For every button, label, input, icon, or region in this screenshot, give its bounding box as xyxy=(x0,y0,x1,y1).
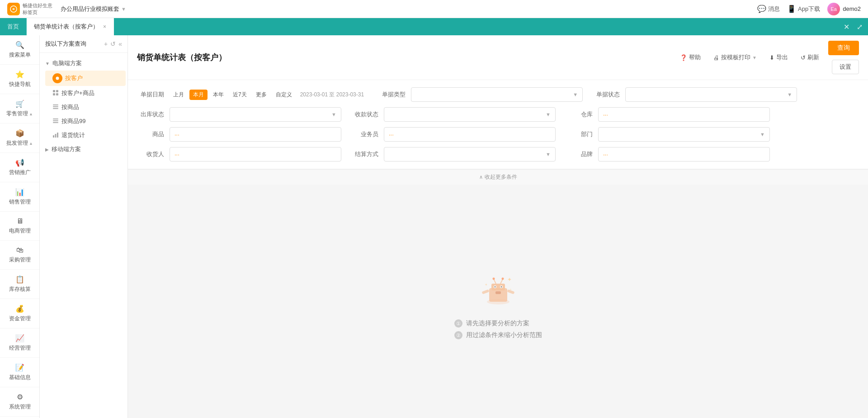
app-selector[interactable]: 办公用品行业模拟账套 ▼ xyxy=(61,5,126,13)
content-area: 销货单统计表（按客户） ❓ 帮助 🖨 按模板打印 ▼ ⬇ 导出 ↺ 刷新 xyxy=(128,35,868,418)
collapse-label: 收起更多条件 xyxy=(485,173,517,181)
date-btn-this-year[interactable]: 本年 xyxy=(209,90,227,100)
filter-recipient-label: 收货人 xyxy=(137,150,164,158)
panel-header-label: 按以下方案查询 xyxy=(45,40,86,48)
tab-home[interactable]: 首页 xyxy=(0,18,27,35)
collapse-bar[interactable]: ∧ 收起更多条件 xyxy=(128,169,868,185)
avatar-text: Ea xyxy=(831,6,837,12)
filter-doc-type[interactable]: ▼ xyxy=(411,87,583,102)
basic-info-label: 基础信息 xyxy=(9,374,31,381)
tree-child-by-customer-goods[interactable]: 按客户+商品 xyxy=(45,86,126,100)
date-btn-custom[interactable]: 自定义 xyxy=(272,90,296,100)
sidebar-item-basic-info[interactable]: 📝 基础信息 xyxy=(0,358,39,387)
tree-parent-desktop[interactable]: ▼ 电脑端方案 xyxy=(40,57,127,70)
tab-close-btn[interactable]: × xyxy=(103,24,106,30)
template-print-btn[interactable]: 🖨 按模板打印 ▼ xyxy=(710,52,760,63)
date-btn-last-7days[interactable]: 近7天 xyxy=(229,90,250,100)
svg-point-21 xyxy=(500,286,502,288)
filter-payment-status[interactable]: ▼ xyxy=(384,107,556,122)
svg-rect-4 xyxy=(53,93,55,95)
filter-goods[interactable]: ··· xyxy=(170,127,341,142)
sidebar-item-wholesale[interactable]: 📦 批发管理 ▲ xyxy=(0,124,39,153)
by-customer-icon xyxy=(52,73,62,83)
sidebar-item-finance[interactable]: 💰 资金管理 xyxy=(0,299,39,328)
sidebar-item-sales[interactable]: 📊 销售管理 xyxy=(0,182,39,212)
tab-sales-stats[interactable]: 销货单统计表（按客户） × xyxy=(27,18,114,35)
doc-type-chevron-icon: ▼ xyxy=(573,92,578,97)
payment-chevron-icon: ▼ xyxy=(546,112,551,117)
sales-label: 销售管理 xyxy=(9,198,31,206)
filter-brand[interactable]: ··· xyxy=(598,147,770,162)
collapse-icon: ∧ xyxy=(479,174,483,180)
filter-doc-type-label: 单据类型 xyxy=(378,90,406,99)
wholesale-icon: 📦 xyxy=(15,129,24,138)
svg-rect-22 xyxy=(495,291,501,294)
quick-nav-label: 快捷导航 xyxy=(9,81,31,88)
svg-rect-12 xyxy=(53,135,54,138)
tree-child-by-customer[interactable]: 按客户 xyxy=(45,71,126,86)
empty-state: ✦ ✦ ✦ ① 请先选择要分析的方案 ② 用过滤条件来缩小分析范围 xyxy=(128,185,868,418)
filter-warehouse-label: 仓库 xyxy=(566,110,593,119)
svg-rect-9 xyxy=(53,119,58,119)
sidebar-item-search-menu[interactable]: 🔍 搜索菜单 xyxy=(0,35,39,65)
ecommerce-label: 电商管理 xyxy=(9,227,31,235)
sidebar-item-marketing[interactable]: 📢 营销推广 xyxy=(0,153,39,182)
date-btn-more[interactable]: 更多 xyxy=(252,90,270,100)
date-btn-last-month[interactable]: 上月 xyxy=(170,90,188,100)
date-quick-buttons: 上月 本月 本年 近7天 更多 自定义 2023-03-01 至 2023-03… xyxy=(170,90,364,100)
tab-close-all-btn[interactable]: ✕ xyxy=(842,21,851,33)
tree-parent-mobile[interactable]: ▶ 移动端方案 xyxy=(40,142,127,156)
mobile-chevron-icon: ▶ xyxy=(45,147,49,152)
filter-salesperson[interactable]: ··· xyxy=(384,127,556,142)
sidebar-item-inventory[interactable]: 📋 库存核算 xyxy=(0,270,39,299)
sidebar-item-ops[interactable]: 📈 经营管理 xyxy=(0,328,39,358)
filter-recipient[interactable]: ··· xyxy=(170,147,341,162)
by-goods-99-icon xyxy=(52,118,59,125)
logo-icon xyxy=(7,3,20,15)
date-btn-this-month[interactable]: 本月 xyxy=(189,90,208,100)
goods-value: ··· xyxy=(175,131,179,138)
sidebar-item-purchase[interactable]: 🛍 采购管理 xyxy=(0,241,39,270)
panel-add-btn[interactable]: + xyxy=(104,40,108,48)
sidebar-item-retail[interactable]: 🛒 零售管理 ▲ xyxy=(0,94,39,124)
message-btn[interactable]: 💬 消息 xyxy=(757,5,780,13)
app-download-btn[interactable]: 📱 App下载 xyxy=(787,5,820,13)
filter-settlement[interactable]: ▼ xyxy=(384,147,556,162)
filter-delivery-status[interactable]: ▼ xyxy=(170,107,341,122)
sidebar-item-ecommerce[interactable]: 🖥 电商管理 xyxy=(0,212,39,241)
filter-goods-label: 商品 xyxy=(137,130,164,138)
message-icon: 💬 xyxy=(757,5,766,13)
tree-child-by-goods-99[interactable]: 按商品99 xyxy=(45,114,126,128)
panel-refresh-btn[interactable]: ↺ xyxy=(110,40,116,48)
tip-num-2: ② xyxy=(454,331,462,339)
sidebar-item-system[interactable]: ⚙ 系统管理 xyxy=(0,387,39,417)
svg-rect-5 xyxy=(56,93,58,95)
tab-maximize-btn[interactable]: ⤢ xyxy=(855,21,864,33)
svg-rect-14 xyxy=(57,133,58,138)
message-label: 消息 xyxy=(768,5,780,13)
tree-child-by-goods[interactable]: 按商品 xyxy=(45,100,126,114)
settings-btn[interactable]: 设置 xyxy=(832,60,859,74)
panel-collapse-btn[interactable]: « xyxy=(118,40,122,48)
help-btn[interactable]: ❓ 帮助 xyxy=(676,52,704,63)
export-btn[interactable]: ⬇ 导出 xyxy=(766,52,792,63)
user-area[interactable]: Ea demo2 xyxy=(827,3,861,15)
right-action-btns: 查询 设置 xyxy=(828,41,859,74)
tree-child-return-stats[interactable]: 退货统计 xyxy=(45,128,126,142)
return-stats-label: 退货统计 xyxy=(61,131,85,139)
filter-doc-status[interactable]: ▼ xyxy=(625,87,797,102)
warehouse-value: ··· xyxy=(603,111,608,118)
user-label: demo2 xyxy=(843,5,861,12)
quick-nav-icon: ⭐ xyxy=(15,70,24,79)
desktop-children: 按客户 按客户+商品 xyxy=(40,71,127,142)
svg-rect-23 xyxy=(481,289,489,294)
retail-label: 零售管理 xyxy=(6,110,28,118)
filter-warehouse[interactable]: ··· xyxy=(598,107,770,122)
query-btn[interactable]: 查询 xyxy=(828,41,859,55)
filter-dept[interactable]: ▼ xyxy=(598,127,770,142)
svg-point-1 xyxy=(56,77,59,80)
sidebar-item-quick-nav[interactable]: ⭐ 快捷导航 xyxy=(0,65,39,94)
refresh-btn[interactable]: ↺ 刷新 xyxy=(797,52,823,63)
filter-salesperson-label: 业务员 xyxy=(351,130,378,138)
by-goods-label: 按商品 xyxy=(61,103,79,111)
